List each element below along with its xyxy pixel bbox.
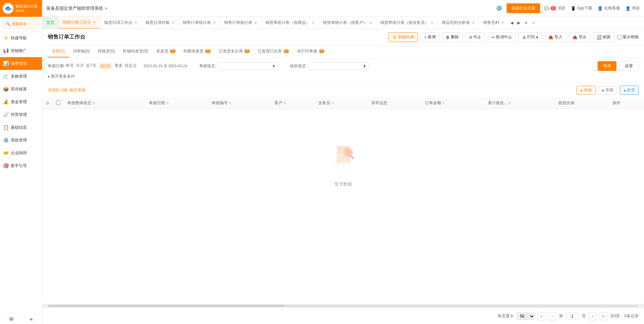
sidebar-item-cooperation[interactable]: 🤝 企业协同: [0, 147, 42, 159]
date-yesterday[interactable]: 昨天: [66, 63, 74, 69]
sort-amount[interactable]: 订单金额 ⇅: [425, 100, 481, 106]
first-page-button[interactable]: «: [538, 312, 546, 320]
sort-customer[interactable]: 客户 ⇅: [274, 100, 311, 106]
smart-create-button[interactable]: ⭐ 智能生单: [388, 32, 418, 42]
tab-close-icon[interactable]: ✕: [431, 21, 433, 25]
ship-button[interactable]: ● 发货: [620, 86, 639, 95]
sidebar-item-quick-nav[interactable]: ⚡ 快捷导航: [0, 32, 42, 44]
settings-filter-button[interactable]: 设置: [619, 61, 639, 71]
scrollbar-thumb[interactable]: [48, 305, 284, 307]
cancel-stop-button[interactable]: ↩ 取消中止: [488, 32, 516, 42]
sub-tab-wangpu-ship[interactable]: 旺铺待发货(0): [119, 46, 152, 57]
cancel-stop-label: 取消中止: [496, 34, 512, 40]
sidebar-item-purchase[interactable]: 🛒 采购管理: [0, 70, 42, 83]
tab-maximize[interactable]: ⤢: [530, 21, 537, 25]
sort-staff[interactable]: 业务员 ⇅: [318, 100, 364, 106]
tab-sales-workbench[interactable]: 销售订单工作台 ✕: [59, 17, 100, 29]
sub-tab-shipped-not-out[interactable]: 已发货未出库 0: [215, 46, 254, 57]
date-custom[interactable]: 自定义: [125, 63, 137, 69]
tab-close-icon[interactable]: ✕: [172, 21, 174, 25]
tab-close-icon[interactable]: ✕: [93, 21, 96, 24]
tab-close-icon[interactable]: ✕: [472, 21, 475, 25]
export-button[interactable]: 📤 导出: [569, 32, 590, 42]
audit-button[interactable]: ● 审核: [576, 86, 595, 95]
tab-cash-reconcile[interactable]: 钱货日清对账 ✕: [141, 17, 179, 29]
sub-tab-not-shipped[interactable]: 未发货 0: [152, 46, 179, 57]
date-1month[interactable]: 近1月: [98, 63, 113, 69]
prev-page-button[interactable]: ‹: [548, 312, 556, 320]
tab-product-profit[interactable]: 商品毛利分析表 ✕: [438, 17, 479, 29]
sort-collected[interactable]: 累计收款... ⇅: [488, 100, 552, 106]
next-page-button[interactable]: ›: [589, 312, 597, 320]
tab-cash-daily[interactable]: 钱货日清工作台 ✕: [100, 17, 141, 29]
sub-tab-shipped-out[interactable]: 已发货已出库 0: [254, 46, 293, 57]
sidebar-item-marketing[interactable]: 📢 营销推广: [0, 44, 42, 57]
page-input[interactable]: [566, 313, 579, 320]
sidebar-item-sales[interactable]: 📊 销售管理: [0, 57, 42, 70]
topbar-settings-icon[interactable]: ⚙️: [496, 5, 503, 11]
search-menu-button[interactable]: 🔍 搜索菜单: [3, 19, 39, 29]
tab-label: 销售订单统计表: [183, 20, 211, 26]
tab-sales-profit[interactable]: 销售毛利 ✕: [479, 17, 508, 29]
new-button[interactable]: + 新增: [421, 32, 439, 42]
select-all-checkbox[interactable]: [56, 100, 60, 105]
sidebar-item-operation[interactable]: 📈 经营管理: [0, 108, 42, 121]
collapse-button[interactable]: ◀: [23, 317, 40, 321]
date-7days[interactable]: 近7天: [86, 63, 96, 69]
sidebar-item-system[interactable]: ⚙️ 系统管理: [0, 134, 42, 147]
sidebar-item-basic-info[interactable]: 📋 基础信息: [0, 121, 42, 134]
per-page-select[interactable]: 50 10 20 100: [516, 313, 535, 320]
last-page-button[interactable]: »: [599, 312, 607, 320]
sub-tab-pending-audit[interactable]: 待审核(0): [69, 46, 94, 57]
sub-tab-pending-inspect[interactable]: 待拣货(0): [94, 46, 119, 57]
settings-button[interactable]: ⚙️: [3, 317, 20, 321]
horizontal-scrollbar[interactable]: [42, 304, 644, 308]
tab-sales-staff-stat[interactable]: 销货单统计表（按业务员） ✕: [376, 17, 438, 29]
tab-sales-stat[interactable]: 销售订单统计表 ✕: [179, 17, 220, 29]
show-detail-input[interactable]: [617, 35, 621, 39]
tab-close-icon[interactable]: ✕: [254, 21, 257, 25]
scrollbar-track: [48, 305, 639, 307]
sidebar-item-finance[interactable]: 💰 资金管理: [0, 95, 42, 108]
sidebar-item-guide[interactable]: 🎯 新手引导: [0, 159, 42, 172]
refresh-button[interactable]: 🔄 刷新: [593, 32, 614, 42]
show-detail-checkbox[interactable]: 显示明细: [617, 34, 639, 40]
tab-home[interactable]: 首页: [42, 17, 59, 29]
stop-button[interactable]: ⊘ 中止: [465, 32, 485, 42]
unaudit-button[interactable]: ● 充审: [598, 86, 617, 95]
query-button[interactable]: 查询: [598, 61, 616, 71]
sub-tab-all[interactable]: 全部(0): [48, 46, 69, 57]
import-button[interactable]: 📥 导入: [545, 32, 566, 42]
date-more[interactable]: 更多: [115, 63, 123, 69]
sort-number[interactable]: 单据编号 ⇅: [212, 100, 268, 106]
sub-tab-overdue-ship[interactable]: 到期未发货 0: [179, 46, 215, 57]
tab-sales-exec[interactable]: 销售订单执行表 ✕: [220, 17, 261, 29]
sort-status[interactable]: 单据整体状态 ⇅: [67, 100, 142, 106]
date-today[interactable]: 今天: [76, 63, 84, 69]
plan-button[interactable]: 体验行业方案: [507, 3, 540, 13]
tab-nav-next[interactable]: ▶: [515, 21, 522, 25]
status-select[interactable]: ▾: [217, 62, 278, 70]
sidebar-item-inventory[interactable]: 📦 库存核算: [0, 83, 42, 95]
sort-date[interactable]: 单据日期 ⇅: [149, 100, 205, 106]
tab-nav-prev[interactable]: ◀: [508, 21, 515, 25]
payment-select[interactable]: ▾: [308, 62, 369, 70]
tab-close-icon[interactable]: ✕: [369, 21, 372, 25]
tab-sales-product-stat[interactable]: 销货单统计表（按商品） ✕: [261, 17, 319, 29]
tab-close-icon[interactable]: ✕: [213, 21, 216, 25]
tab-close-icon[interactable]: ✕: [134, 21, 137, 25]
app-download-button[interactable]: 📱 App下载: [571, 5, 592, 11]
tab-close-icon[interactable]: ✕: [312, 21, 314, 25]
sub-tab-not-printed[interactable]: 未打印单据 0: [293, 46, 328, 57]
user-menu-button[interactable]: 👤 用友: [626, 5, 640, 11]
print-button[interactable]: 🖨 打印 ▾: [518, 32, 542, 42]
th-setting[interactable]: ⚙: [42, 97, 53, 109]
expand-more-btn[interactable]: ▾ 展开更多条件: [48, 74, 639, 79]
message-button[interactable]: 💬 6 消息: [544, 5, 565, 11]
sort-icon: ⇅: [331, 101, 334, 105]
tab-close-all[interactable]: ✕: [522, 21, 530, 25]
tab-sales-customer-stat[interactable]: 销货单统计表（按客户） ✕: [319, 17, 376, 29]
tab-close-icon[interactable]: ✕: [501, 21, 504, 25]
delete-button[interactable]: 🗑 删除: [442, 32, 463, 42]
online-service-button[interactable]: 👤 在线客服: [598, 5, 620, 11]
